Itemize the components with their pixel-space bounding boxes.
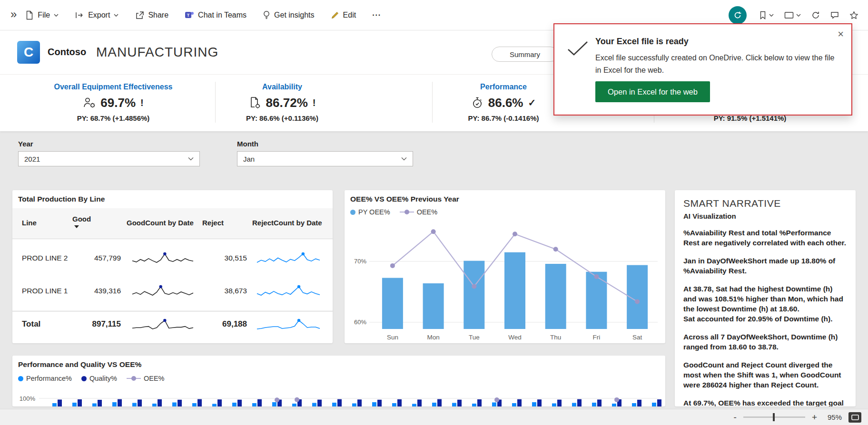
- zoom-out-button[interactable]: -: [734, 413, 737, 422]
- rejectcount-sparkline: [256, 319, 321, 331]
- notification-title: Your Excel file is ready: [595, 37, 689, 47]
- get-insights-label: Get insights: [274, 11, 314, 19]
- smart-narrative-subtitle: AI Visualization: [683, 212, 847, 220]
- sort-descending-icon: [74, 225, 79, 228]
- kpi-previous-year: PY: 86.6% (+0.1136%): [211, 114, 354, 122]
- document-gear-icon: [249, 97, 261, 109]
- goodcount-sparkline: [131, 285, 194, 297]
- column-header-rejectcount[interactable]: RejectCount by Date: [252, 219, 322, 227]
- performance-quality-chart-card: 100% Performance and Quality VS OEE% Per…: [12, 356, 665, 406]
- chart-legend: Performance% Quality% OEE%: [18, 375, 164, 382]
- legend-swatch: [350, 210, 355, 215]
- legend-performance[interactable]: Performance%: [18, 375, 72, 382]
- favorite-button[interactable]: [849, 11, 858, 19]
- column-header-line[interactable]: Line: [22, 219, 37, 227]
- month-filter-dropdown[interactable]: Jan: [237, 151, 413, 166]
- summary-tab-button[interactable]: Summary: [492, 47, 558, 62]
- edit-button[interactable]: Edit: [331, 11, 356, 19]
- comment-icon: [830, 11, 839, 19]
- open-in-excel-button[interactable]: Open in Excel for the web: [595, 81, 710, 102]
- toolbar-right: [729, 6, 860, 24]
- comments-button[interactable]: [830, 11, 839, 19]
- cell-reject: 30,515: [209, 254, 247, 262]
- kpi-label: Availability: [211, 83, 354, 91]
- bookmark-icon: [759, 10, 767, 20]
- close-notification-button[interactable]: ×: [838, 28, 844, 40]
- contoso-logo: C: [17, 41, 40, 64]
- zoom-slider-handle[interactable]: [773, 413, 775, 421]
- powerbi-report-page: » File Export Share T Chat in Teams: [0, 0, 868, 425]
- chat-in-teams-label: Chat in Teams: [198, 11, 247, 19]
- divider: [12, 311, 333, 311]
- expand-pane-icon[interactable]: »: [10, 8, 17, 21]
- pencil-icon: [331, 11, 339, 19]
- legend-label: PY OEE%: [358, 208, 390, 216]
- oee-column-line-plot[interactable]: 70%60%SunMonTueWedThuFriSat: [345, 219, 665, 343]
- narrative-paragraph: GoodCount and Reject Count diverged the …: [683, 360, 847, 390]
- legend-label: Performance%: [26, 375, 72, 382]
- chevron-down-icon: [114, 14, 118, 17]
- rejectcount-sparkline: [256, 252, 321, 264]
- chevron-down-icon: [769, 14, 774, 17]
- svg-text:Fri: Fri: [593, 334, 601, 341]
- divider: [12, 239, 333, 239]
- share-button[interactable]: Share: [135, 11, 168, 19]
- view-icon: [784, 11, 794, 19]
- fit-to-page-button[interactable]: [848, 412, 861, 423]
- svg-text:70%: 70%: [354, 258, 366, 265]
- fit-screen-icon: [851, 415, 859, 420]
- file-menu-label: File: [38, 11, 50, 19]
- legend-oee[interactable]: OEE%: [400, 208, 438, 216]
- cell-reject: 38,673: [209, 287, 247, 295]
- more-options-label: ···: [372, 11, 381, 19]
- smart-narrative-title: SMART NARRATIVE: [683, 198, 847, 209]
- column-header-goodcount[interactable]: GoodCount by Date: [127, 219, 194, 227]
- update-available-button[interactable]: [729, 6, 747, 24]
- bookmarks-button[interactable]: [759, 10, 774, 20]
- legend-oee[interactable]: OEE%: [127, 375, 165, 382]
- divider: [432, 82, 433, 123]
- excel-ready-notification: Your Excel file is ready Excel file succ…: [553, 23, 852, 116]
- export-menu-button[interactable]: Export: [75, 11, 118, 19]
- kpi-card-oee: Overall Equipment Effectiveness 69.7% ! …: [42, 74, 185, 131]
- column-header-reject[interactable]: Reject: [202, 219, 224, 227]
- svg-text:Tue: Tue: [469, 334, 480, 341]
- narrative-paragraph: %Avaiability Rest and total %Performance…: [683, 228, 847, 248]
- rejectcount-sparkline: [256, 285, 321, 297]
- legend-py-oee[interactable]: PY OEE%: [350, 208, 390, 216]
- chat-in-teams-button[interactable]: T Chat in Teams: [185, 10, 247, 20]
- kpi-value: 86.6%: [488, 96, 523, 110]
- year-filter-dropdown[interactable]: 2021: [18, 151, 200, 166]
- goodcount-sparkline: [131, 319, 194, 331]
- narrative-paragraph: Across all 7 DayOfWeekShort, Downtime (h…: [683, 332, 847, 352]
- column-header-good[interactable]: Good: [72, 215, 91, 223]
- chevron-down-icon: [54, 14, 59, 17]
- more-options-button[interactable]: ···: [372, 11, 381, 19]
- refresh-button[interactable]: [811, 11, 820, 19]
- narrative-paragraph: At 69.7%, OEE% has exceeded the target g…: [683, 398, 847, 406]
- year-filter-label: Year: [18, 140, 33, 148]
- cell-good: 439,316: [73, 287, 121, 295]
- legend-quality[interactable]: Quality%: [81, 375, 117, 382]
- legend-swatch: [400, 212, 414, 212]
- file-menu-button[interactable]: File: [25, 10, 59, 20]
- narrative-paragraph: At 38.78, Sat had the highest Downtime (…: [683, 284, 847, 324]
- star-icon: [849, 11, 858, 19]
- svg-text:T: T: [187, 13, 190, 18]
- svg-text:100%: 100%: [20, 395, 36, 402]
- zoom-level: 95%: [824, 413, 842, 421]
- total-production-table-card: Total Production By Line Line Good GoodC…: [12, 190, 333, 343]
- get-insights-button[interactable]: Get insights: [263, 10, 314, 20]
- zoom-in-button[interactable]: +: [812, 413, 817, 422]
- view-menu-button[interactable]: [784, 11, 801, 19]
- chevron-down-icon: [188, 157, 194, 161]
- oee-vs-py-chart-card: OEE% VS OEE% Previous Year PY OEE% OEE% …: [345, 190, 665, 343]
- zoom-slider[interactable]: [743, 416, 805, 418]
- table-title: Total Production By Line: [18, 195, 105, 203]
- chart-title: OEE% VS OEE% Previous Year: [350, 195, 459, 203]
- month-filter-label: Month: [237, 140, 258, 148]
- lightbulb-icon: [263, 10, 270, 20]
- circular-arrow-icon: [733, 10, 742, 20]
- legend-label: Quality%: [89, 375, 117, 382]
- cell-line: PROD LINE 1: [22, 287, 68, 295]
